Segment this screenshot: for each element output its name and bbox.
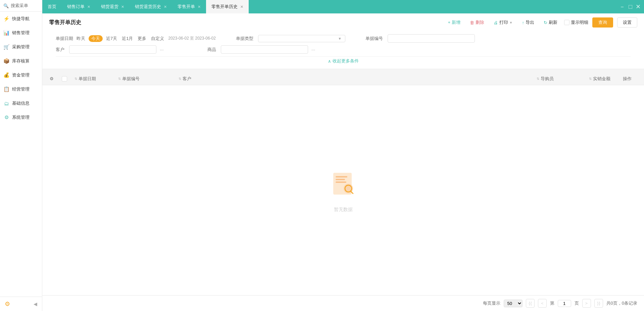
sort-icon[interactable]: ⇅ bbox=[179, 77, 181, 81]
sort-icon[interactable]: ⇅ bbox=[589, 77, 592, 81]
customer-input[interactable] bbox=[69, 45, 156, 54]
sort-icon[interactable]: ⇅ bbox=[537, 77, 539, 81]
quick-nav-icon: ⚡ bbox=[3, 16, 9, 22]
page-last-button[interactable]: ⟩⟩ bbox=[594, 299, 603, 308]
type-dropdown-icon: ▼ bbox=[338, 37, 342, 41]
date-today[interactable]: 今天 bbox=[89, 35, 103, 42]
sidebar-search-label: 搜索采单 bbox=[11, 3, 28, 9]
sidebar-item-label: 库存核算 bbox=[12, 58, 30, 64]
tab-retail-open[interactable]: 零售开单 ✕ bbox=[172, 0, 206, 13]
tab-label: 零售开单 bbox=[178, 4, 195, 10]
empty-illustration bbox=[327, 168, 360, 201]
basic-icon: 🗂 bbox=[3, 100, 9, 106]
tab-close-icon[interactable]: ✕ bbox=[164, 5, 167, 9]
number-input[interactable] bbox=[388, 34, 475, 43]
date-7days[interactable]: 近7天 bbox=[105, 35, 118, 42]
main-area: 首页 销售订单 ✕ 销货退货 ✕ 销货退货历史 ✕ 零售开单 ✕ 零售开单历史 … bbox=[42, 0, 644, 311]
add-button[interactable]: + 新增 bbox=[445, 18, 463, 27]
col-number: ⇅ 单据编号 bbox=[115, 76, 175, 82]
col-settings[interactable]: ⚙ bbox=[46, 76, 58, 81]
finance-icon: 💰 bbox=[3, 72, 9, 78]
sidebar-item-quick-nav[interactable]: ⚡ 快捷导航 bbox=[0, 12, 42, 26]
col-action-label: 操作 bbox=[623, 76, 632, 82]
display-detail-checkbox[interactable] bbox=[564, 20, 569, 25]
tab-close-icon[interactable]: ✕ bbox=[87, 5, 90, 9]
settings-icon[interactable]: ⚙ bbox=[50, 76, 54, 81]
filter-type: 单据类型 ▼ bbox=[236, 35, 345, 42]
table-header: ⚙ ⇅ 单据日期 ⇅ 单据编号 ⇅ 客户 ⇅ bbox=[42, 72, 644, 85]
page-number-input[interactable] bbox=[558, 300, 571, 307]
display-detail-label: 显示明细 bbox=[571, 19, 588, 25]
select-all-checkbox[interactable] bbox=[62, 76, 67, 82]
svg-rect-3 bbox=[336, 182, 346, 183]
sidebar-item-sales[interactable]: 📊 销售管理 bbox=[0, 26, 42, 40]
page-prev-button[interactable]: ＜ bbox=[538, 299, 547, 308]
customer-picker-icon[interactable]: ··· bbox=[160, 47, 164, 52]
collapse-sidebar-icon[interactable]: ◀ bbox=[34, 301, 37, 307]
col-date: ⇅ 单据日期 bbox=[71, 76, 115, 82]
sidebar-item-system[interactable]: ⚙ 系统管理 bbox=[0, 110, 42, 124]
tab-sales-order[interactable]: 销售订单 ✕ bbox=[62, 0, 96, 13]
tab-close-icon[interactable]: ✕ bbox=[240, 5, 243, 9]
pagination: 每页显示 50 100 200 ⟨⟨ ＜ 第 页 ＞ ⟩⟩ 共0页，0条记录 bbox=[42, 295, 644, 311]
display-detail-toggle[interactable]: 显示明细 bbox=[564, 19, 588, 25]
collapse-bar[interactable]: ∧ 收起更多条件 bbox=[56, 56, 631, 65]
tab-close-icon[interactable]: ✕ bbox=[198, 5, 201, 9]
sidebar: 🔍 搜索采单 ⚡ 快捷导航 📊 销售管理 🛒 采购管理 📦 库存核算 💰 资金管… bbox=[0, 0, 42, 311]
page-prefix: 第 bbox=[550, 300, 554, 306]
page-first-button[interactable]: ⟨⟨ bbox=[526, 299, 535, 308]
maximize-button[interactable]: □ bbox=[629, 3, 632, 10]
export-button[interactable]: ↑ 导出 bbox=[519, 18, 537, 27]
goods-picker-icon[interactable]: ··· bbox=[311, 47, 315, 52]
print-button[interactable]: 🖨 打印 ▼ bbox=[491, 18, 515, 27]
table-area: ⚙ ⇅ 单据日期 ⇅ 单据编号 ⇅ 客户 ⇅ bbox=[42, 72, 644, 295]
per-page-label: 每页显示 bbox=[483, 300, 500, 306]
tab-sales-return-history[interactable]: 销货退货历史 ✕ bbox=[130, 0, 172, 13]
query-button[interactable]: 查询 bbox=[592, 17, 613, 28]
setting-button[interactable]: 设置 bbox=[617, 17, 637, 28]
refresh-button[interactable]: ↻ 刷新 bbox=[541, 18, 560, 27]
sidebar-item-operation[interactable]: 📋 经营管理 bbox=[0, 82, 42, 96]
page-next-button[interactable]: ＞ bbox=[582, 299, 591, 308]
delete-button[interactable]: 🗑 删除 bbox=[467, 18, 487, 27]
minimize-button[interactable]: － bbox=[619, 3, 625, 11]
sort-icon[interactable]: ⇅ bbox=[118, 77, 121, 81]
goods-input[interactable] bbox=[221, 45, 308, 54]
tab-label: 销售订单 bbox=[67, 4, 85, 10]
tab-bar: 首页 销售订单 ✕ 销货退货 ✕ 销货退货历史 ✕ 零售开单 ✕ 零售开单历史 … bbox=[42, 0, 644, 13]
col-checkbox[interactable] bbox=[58, 76, 71, 82]
collapse-label: 收起更多条件 bbox=[333, 58, 359, 64]
tab-close-icon[interactable]: ✕ bbox=[121, 5, 124, 9]
type-select[interactable]: ▼ bbox=[258, 35, 345, 42]
sidebar-item-label: 系统管理 bbox=[12, 114, 30, 120]
refresh-label: 刷新 bbox=[549, 19, 557, 25]
tab-home[interactable]: 首页 bbox=[42, 0, 62, 13]
print-icon: 🖨 bbox=[494, 20, 498, 25]
date-custom[interactable]: 自定义 bbox=[150, 35, 165, 42]
sidebar-item-basic[interactable]: 🗂 基础信息 bbox=[0, 96, 42, 110]
export-label: 导出 bbox=[526, 19, 534, 25]
date-1month[interactable]: 近1月 bbox=[120, 35, 134, 42]
date-yesterday[interactable]: 昨天 bbox=[75, 35, 87, 42]
sidebar-item-label: 经营管理 bbox=[12, 86, 30, 92]
refresh-icon: ↻ bbox=[544, 20, 547, 25]
page-suffix: 页 bbox=[575, 300, 579, 306]
tab-retail-history[interactable]: 零售开单历史 ✕ bbox=[206, 0, 249, 13]
settings-gear-icon[interactable]: ⚙ bbox=[5, 300, 10, 308]
sidebar-item-inventory[interactable]: 📦 库存核算 bbox=[0, 54, 42, 68]
per-page-select[interactable]: 50 100 200 bbox=[504, 300, 523, 307]
date-more[interactable]: 更多 bbox=[136, 35, 148, 42]
sidebar-item-finance[interactable]: 💰 资金管理 bbox=[0, 68, 42, 82]
query-label: 查询 bbox=[598, 20, 607, 25]
sidebar-item-purchase[interactable]: 🛒 采购管理 bbox=[0, 40, 42, 54]
filter-date: 单据日期 昨天 今天 近7天 近1月 更多 自定义 2023-06-02 至 2… bbox=[56, 35, 216, 42]
close-button[interactable]: ✕ bbox=[636, 3, 641, 10]
filter-row-2: 客户 ··· 商品 ··· bbox=[56, 45, 631, 54]
col-amount: ⇅ 实销金额 bbox=[574, 76, 614, 82]
filter-goods: 商品 ··· bbox=[207, 45, 315, 54]
sidebar-search[interactable]: 🔍 搜索采单 bbox=[0, 0, 42, 12]
sort-icon[interactable]: ⇅ bbox=[75, 77, 77, 81]
date-shortcuts: 昨天 今天 近7天 近1月 更多 自定义 2023-06-02 至 2023-0… bbox=[75, 35, 216, 42]
tab-sales-return[interactable]: 销货退货 ✕ bbox=[96, 0, 130, 13]
empty-state: 暂无数据 bbox=[42, 85, 644, 295]
